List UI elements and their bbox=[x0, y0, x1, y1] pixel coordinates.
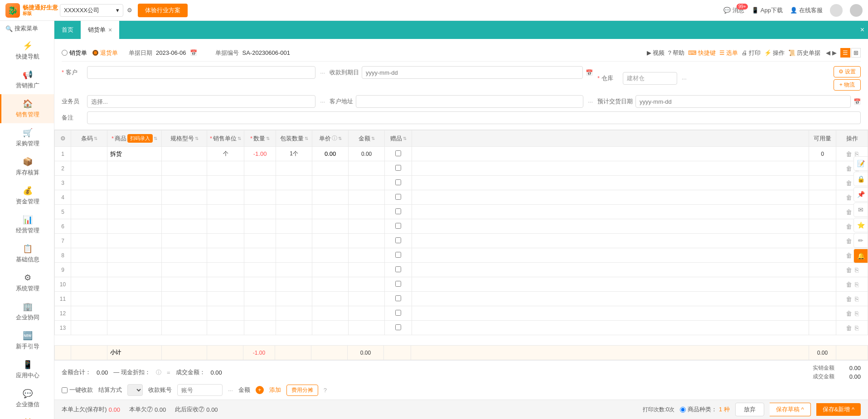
float-mail-icon[interactable]: ✉ bbox=[853, 202, 868, 217]
window-close-icon[interactable]: × bbox=[860, 26, 864, 34]
trial-button[interactable]: 体验行业方案 bbox=[138, 4, 188, 17]
float-star-icon[interactable]: ⭐ bbox=[853, 218, 868, 232]
row-goods[interactable] bbox=[107, 161, 162, 176]
row-qty[interactable] bbox=[244, 190, 276, 205]
operate-btn[interactable]: ⚡ 操作 bbox=[764, 49, 785, 57]
gift-sort-icon[interactable]: ⇅ bbox=[403, 136, 407, 141]
sidebar-item-guide[interactable]: 🆕 新手引导 bbox=[0, 326, 54, 355]
goods-sort-icon[interactable]: ⇅ bbox=[154, 136, 157, 141]
row-price[interactable] bbox=[312, 306, 349, 321]
row-remark[interactable] bbox=[412, 277, 809, 292]
app-download-button[interactable]: 📱 App下载 bbox=[752, 6, 783, 14]
row-gift[interactable] bbox=[385, 161, 412, 176]
notes-input[interactable] bbox=[87, 111, 861, 124]
save-new-button[interactable]: 保存&新增 ^ bbox=[816, 403, 861, 416]
row-goods[interactable] bbox=[107, 306, 162, 321]
row-goods[interactable] bbox=[107, 234, 162, 248]
scan-button[interactable]: 扫码录入 bbox=[127, 134, 153, 143]
copy-icon[interactable]: ⎘ bbox=[855, 281, 858, 288]
row-gift[interactable] bbox=[385, 176, 412, 190]
settlement-method-select[interactable] bbox=[127, 384, 143, 396]
copy-icon[interactable]: ⎘ bbox=[855, 295, 858, 303]
row-spec[interactable] bbox=[162, 248, 207, 263]
row-price[interactable] bbox=[312, 277, 349, 292]
video-btn[interactable]: ▶ 视频 bbox=[647, 49, 664, 57]
row-remark[interactable] bbox=[412, 263, 809, 277]
row-gift[interactable] bbox=[385, 219, 412, 234]
row-gift[interactable] bbox=[385, 263, 412, 277]
row-remark[interactable] bbox=[412, 321, 809, 335]
price-info-icon[interactable]: ⓘ bbox=[332, 135, 337, 142]
row-gift[interactable] bbox=[385, 248, 412, 263]
row-qty[interactable] bbox=[244, 263, 276, 277]
row-goods[interactable] bbox=[107, 263, 162, 277]
row-remark[interactable] bbox=[412, 219, 809, 234]
delete-icon[interactable]: 🗑 bbox=[846, 208, 852, 216]
expected-date-input[interactable] bbox=[635, 95, 851, 108]
row-price[interactable] bbox=[312, 234, 349, 248]
row-goods[interactable] bbox=[107, 147, 162, 161]
payment-date-input[interactable] bbox=[362, 66, 583, 79]
barcode-sort-icon[interactable]: ⇅ bbox=[94, 136, 97, 141]
row-qty[interactable] bbox=[244, 205, 276, 219]
row-barcode[interactable] bbox=[71, 234, 107, 248]
user-avatar[interactable] bbox=[830, 4, 843, 17]
tab-home[interactable]: 首页 bbox=[54, 21, 81, 39]
pkgqty-sort-icon[interactable]: ⇅ bbox=[305, 136, 308, 141]
row-barcode[interactable] bbox=[71, 321, 107, 335]
row-qty[interactable] bbox=[244, 219, 276, 234]
row-price[interactable] bbox=[312, 219, 349, 234]
one-click-payment[interactable]: 一键收款 bbox=[62, 386, 93, 394]
delete-icon[interactable]: 🗑 bbox=[846, 324, 852, 332]
radio-return-order[interactable]: 退货单 bbox=[92, 49, 118, 57]
row-goods[interactable] bbox=[107, 219, 162, 234]
row-gift[interactable] bbox=[385, 321, 412, 335]
row-remark[interactable] bbox=[412, 147, 809, 161]
row-spec[interactable] bbox=[162, 321, 207, 335]
row-spec[interactable] bbox=[162, 263, 207, 277]
row-spec[interactable] bbox=[162, 219, 207, 234]
row-gift[interactable] bbox=[385, 277, 412, 292]
sidebar-item-marketing[interactable]: 📢 营销推广 bbox=[0, 65, 54, 94]
nav-prev-icon[interactable]: ◀ bbox=[826, 49, 830, 56]
expected-calendar-icon[interactable]: 📅 bbox=[853, 98, 861, 105]
delete-icon[interactable]: 🗑 bbox=[846, 165, 852, 172]
row-barcode[interactable] bbox=[71, 263, 107, 277]
row-remark[interactable] bbox=[412, 205, 809, 219]
row-spec[interactable] bbox=[162, 147, 207, 161]
row-gift[interactable] bbox=[385, 190, 412, 205]
spec-sort-icon[interactable]: ⇅ bbox=[195, 136, 199, 141]
tab-close-icon[interactable]: × bbox=[108, 26, 112, 34]
row-qty[interactable] bbox=[244, 176, 276, 190]
sidebar-item-quick-nav[interactable]: ⚡ 快捷导航 bbox=[0, 36, 54, 65]
sidebar-item-enterprise[interactable]: 🏢 企业协同 bbox=[0, 297, 54, 326]
row-price[interactable] bbox=[312, 147, 349, 161]
company-select[interactable]: XXXXXX公司 ▾ bbox=[60, 4, 123, 17]
float-edit-icon[interactable]: ✏ bbox=[853, 233, 868, 248]
delete-icon[interactable]: 🗑 bbox=[846, 266, 852, 274]
sidebar-item-finance[interactable]: 💰 资金管理 bbox=[0, 181, 54, 210]
row-gift[interactable] bbox=[385, 292, 412, 306]
row-spec[interactable] bbox=[162, 234, 207, 248]
customer-addr-input[interactable] bbox=[356, 95, 583, 108]
customer-input[interactable] bbox=[87, 66, 315, 79]
sidebar-item-purchase[interactable]: 🛒 采购管理 bbox=[0, 123, 54, 152]
float-pin-icon[interactable]: 📌 bbox=[853, 187, 868, 202]
sidebar-item-inventory[interactable]: 📦 库存核算 bbox=[0, 152, 54, 181]
payment-calendar-icon[interactable]: 📅 bbox=[586, 69, 593, 76]
dots-icon[interactable]: ··· bbox=[228, 387, 233, 394]
row-remark[interactable] bbox=[412, 161, 809, 176]
row-barcode[interactable] bbox=[71, 306, 107, 321]
shortcut-btn[interactable]: ⌨ 快捷键 bbox=[688, 49, 716, 57]
row-spec[interactable] bbox=[162, 176, 207, 190]
row-price[interactable] bbox=[312, 205, 349, 219]
sidebar-item-app-center[interactable]: 📱 应用中心 bbox=[0, 355, 54, 384]
sidebar-item-operation[interactable]: 📊 经营管理 bbox=[0, 210, 54, 239]
add-amount-button[interactable]: + bbox=[256, 386, 264, 394]
logistics-button[interactable]: + 物流 bbox=[834, 79, 861, 91]
payment-checkbox-input[interactable] bbox=[62, 387, 68, 393]
row-price[interactable] bbox=[312, 321, 349, 335]
row-gift[interactable] bbox=[385, 205, 412, 219]
sidebar-item-member[interactable]: 👑 畅会员 bbox=[0, 413, 54, 419]
row-qty[interactable] bbox=[244, 161, 276, 176]
